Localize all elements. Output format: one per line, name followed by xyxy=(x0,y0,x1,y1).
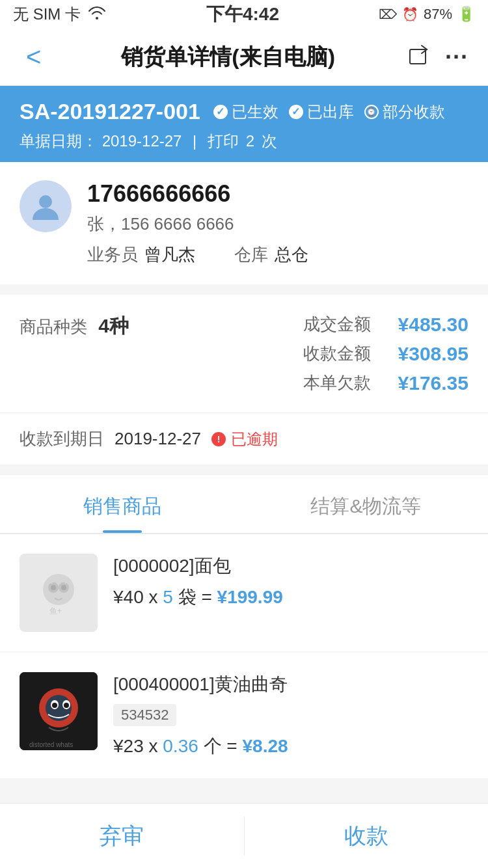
warehouse-name: 总仓 xyxy=(275,243,308,266)
product-price-2: ¥23 x 0.36 个 = ¥8.28 xyxy=(113,734,468,759)
product-qty-2: 0.36 xyxy=(163,736,198,756)
svg-point-14 xyxy=(64,703,69,708)
share-button[interactable] xyxy=(409,44,429,70)
status-bar: 无 SIM 卡 下午4:42 ⌦ ⏰ 87% 🔋 xyxy=(0,0,488,29)
time-label: 下午4:42 xyxy=(206,2,279,27)
product-thumbnail-2: distorted whats xyxy=(20,672,98,750)
product-price-1: ¥40 x 5 袋 = ¥199.99 xyxy=(113,585,468,610)
status-badges: 已生效 已出库 ⌚ 部分收款 xyxy=(213,102,445,122)
wifi-icon xyxy=(87,5,107,23)
product-qty-1: 5 xyxy=(163,587,173,607)
battery-icon: 🔋 xyxy=(457,6,475,23)
product-total-1: ¥199.99 xyxy=(217,587,283,607)
status-right: ⌦ ⏰ 87% 🔋 xyxy=(379,6,475,23)
receipt-amount: ¥308.95 xyxy=(384,343,468,365)
customer-info: 17666666666 张，156 6666 6666 业务员 曾凡杰 仓库 总… xyxy=(87,180,468,266)
product-total-2: ¥8.28 xyxy=(242,736,288,756)
cancel-button[interactable]: 弃审 xyxy=(0,804,244,868)
debt-amount: ¥176.35 xyxy=(384,372,468,394)
svg-point-13 xyxy=(52,703,57,708)
product-name-2: [000400001]黄油曲奇 xyxy=(113,672,468,697)
svg-point-5 xyxy=(51,585,56,590)
due-date-section: 收款到期日 2019-12-27 ! 已逾期 xyxy=(0,413,488,465)
more-button[interactable]: ··· xyxy=(445,44,468,71)
product-name-1: [0000002]面包 xyxy=(113,554,468,578)
stats-amounts: 成交金额 ¥485.30 收款金额 ¥308.95 本单欠款 ¥176.35 xyxy=(303,313,468,394)
overdue-badge: ! 已逾期 xyxy=(211,429,278,450)
stats-section: 商品种类 4种 成交金额 ¥485.30 收款金额 ¥308.95 本单欠款 ¥… xyxy=(0,295,488,413)
badge-partial-payment: ⌚ 部分收款 xyxy=(364,102,445,122)
order-id: SA-20191227-001 xyxy=(20,99,200,124)
location-icon: ⌦ xyxy=(379,7,397,22)
svg-point-6 xyxy=(61,585,66,590)
product-sku-2: 534532 xyxy=(113,704,176,726)
back-button[interactable]: < xyxy=(20,42,47,72)
svg-text:鱼+: 鱼+ xyxy=(49,606,62,616)
bottom-bar: 弃审 收款 xyxy=(0,803,488,868)
svg-point-1 xyxy=(39,195,52,208)
product-info-2: [000400001]黄油曲奇 534532 ¥23 x 0.36 个 = ¥8… xyxy=(113,672,468,759)
avatar xyxy=(20,180,72,232)
order-header: SA-20191227-001 已生效 已出库 ⌚ 部分收款 单据日期： 201… xyxy=(0,86,488,162)
order-id-row: SA-20191227-001 已生效 已出库 ⌚ 部分收款 xyxy=(20,99,468,124)
customer-meta: 业务员 曾凡杰 仓库 总仓 xyxy=(87,243,468,266)
confirm-button[interactable]: 收款 xyxy=(245,804,489,868)
page-title: 销货单详情(来自电脑) xyxy=(121,42,335,72)
check-icon-2 xyxy=(289,105,303,119)
stats-category: 商品种类 4种 xyxy=(20,313,129,340)
product-thumbnail-1: 鱼+ xyxy=(20,554,98,632)
list-item: 鱼+ [0000002]面包 ¥40 x 5 袋 = ¥199.99 xyxy=(0,534,488,651)
product-info-1: [0000002]面包 ¥40 x 5 袋 = ¥199.99 xyxy=(113,554,468,610)
deal-amount-row: 成交金额 ¥485.30 xyxy=(303,313,468,336)
tab-settlement[interactable]: 结算&物流等 xyxy=(244,475,488,533)
customer-section: 17666666666 张，156 6666 6666 业务员 曾凡杰 仓库 总… xyxy=(0,162,488,284)
sales-person: 业务员 曾凡杰 xyxy=(87,243,195,266)
tabs-container: 销售商品 结算&物流等 xyxy=(0,475,488,534)
battery-label: 87% xyxy=(424,6,452,23)
list-item: distorted whats [000400001]黄油曲奇 534532 ¥… xyxy=(0,653,488,778)
nav-bar: < 销货单详情(来自电脑) ··· xyxy=(0,29,488,86)
deal-amount: ¥485.30 xyxy=(384,314,468,336)
alarm-icon: ⏰ xyxy=(402,7,418,22)
customer-phone: 张，156 6666 6666 xyxy=(87,213,468,236)
svg-text:distorted whats: distorted whats xyxy=(29,741,73,748)
nav-actions: ··· xyxy=(409,44,468,71)
customer-name: 17666666666 xyxy=(87,180,468,208)
warehouse-info: 仓库 总仓 xyxy=(234,243,308,266)
carrier-label: 无 SIM 卡 xyxy=(13,4,81,25)
status-left: 无 SIM 卡 xyxy=(13,4,107,25)
debt-amount-row: 本单欠款 ¥176.35 xyxy=(303,372,468,394)
check-icon-1 xyxy=(213,105,228,119)
receipt-amount-row: 收款金额 ¥308.95 xyxy=(303,342,468,365)
badge-shipped: 已出库 xyxy=(289,102,354,122)
overdue-icon: ! xyxy=(211,432,226,446)
clock-icon: ⌚ xyxy=(364,105,379,119)
order-date-row: 单据日期： 2019-12-27 | 打印 2 次 xyxy=(20,131,468,152)
badge-effective: 已生效 xyxy=(213,102,278,122)
sales-name: 曾凡杰 xyxy=(144,243,195,266)
tab-products[interactable]: 销售商品 xyxy=(0,475,244,533)
